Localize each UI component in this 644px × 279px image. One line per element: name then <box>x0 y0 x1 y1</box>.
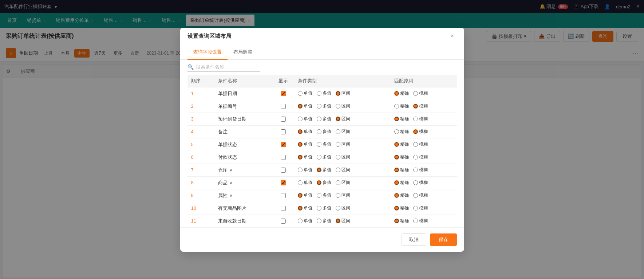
row-display[interactable] <box>272 151 294 164</box>
type-radio-item[interactable]: 多值 <box>317 116 331 122</box>
match-radio-item[interactable]: 精确 <box>394 103 409 109</box>
match-radio-item[interactable]: 精确 <box>394 129 409 135</box>
type-radio-item[interactable]: 区间 <box>336 129 350 135</box>
type-radio[interactable] <box>336 168 340 172</box>
type-radio-item[interactable]: 区间 <box>336 90 350 97</box>
type-radio[interactable] <box>298 117 303 121</box>
row-display[interactable] <box>272 202 294 215</box>
type-radio-item[interactable]: 单值 <box>298 116 312 122</box>
match-radio[interactable] <box>413 129 418 134</box>
match-radio-item[interactable]: 模糊 <box>413 129 428 135</box>
type-radio-item[interactable]: 区间 <box>336 116 350 122</box>
type-radio[interactable] <box>317 104 321 109</box>
search-input[interactable] <box>196 64 260 70</box>
match-radio-item[interactable]: 精确 <box>394 192 409 199</box>
type-radio[interactable] <box>336 206 340 211</box>
type-radio[interactable] <box>317 193 321 198</box>
match-radio-item[interactable]: 模糊 <box>413 218 428 224</box>
type-radio-item[interactable]: 多值 <box>317 205 331 211</box>
type-radio-item[interactable]: 多值 <box>317 141 331 148</box>
type-radio-item[interactable]: 区间 <box>336 218 350 224</box>
row-display[interactable] <box>272 100 294 113</box>
type-radio[interactable] <box>336 219 340 223</box>
type-radio[interactable] <box>298 206 303 211</box>
display-checkbox[interactable] <box>281 117 286 122</box>
save-button[interactable]: 保存 <box>430 233 457 246</box>
display-checkbox[interactable] <box>281 142 286 147</box>
type-radio[interactable] <box>336 91 340 96</box>
match-radio[interactable] <box>413 206 418 211</box>
match-radio-item[interactable]: 精确 <box>394 218 409 224</box>
type-radio-item[interactable]: 多值 <box>317 167 331 173</box>
type-radio-item[interactable]: 单值 <box>298 180 312 186</box>
match-radio[interactable] <box>394 117 399 121</box>
match-radio-item[interactable]: 模糊 <box>413 192 428 199</box>
type-radio[interactable] <box>298 168 303 172</box>
display-checkbox[interactable] <box>281 91 286 96</box>
match-radio[interactable] <box>394 219 399 223</box>
display-checkbox[interactable] <box>281 155 286 160</box>
match-radio[interactable] <box>413 168 418 172</box>
type-radio[interactable] <box>317 155 321 160</box>
match-radio[interactable] <box>413 142 418 147</box>
type-radio-item[interactable]: 多值 <box>317 103 331 109</box>
match-radio[interactable] <box>413 180 418 185</box>
row-display[interactable] <box>272 189 294 202</box>
match-radio[interactable] <box>394 142 399 147</box>
display-checkbox[interactable] <box>281 206 286 211</box>
type-radio-item[interactable]: 单值 <box>298 218 312 224</box>
type-radio-item[interactable]: 单值 <box>298 167 312 173</box>
type-radio[interactable] <box>317 168 321 172</box>
row-display[interactable] <box>272 113 294 125</box>
match-radio-item[interactable]: 模糊 <box>413 180 428 186</box>
type-radio[interactable] <box>336 142 340 147</box>
row-display[interactable] <box>272 215 294 227</box>
display-checkbox[interactable] <box>281 193 286 198</box>
match-radio-item[interactable]: 精确 <box>394 90 409 97</box>
row-display[interactable] <box>272 125 294 138</box>
type-radio[interactable] <box>336 155 340 160</box>
modal-tab-layout[interactable]: 布局调整 <box>228 45 258 60</box>
type-radio[interactable] <box>298 104 303 109</box>
match-radio[interactable] <box>394 206 399 211</box>
match-radio[interactable] <box>394 155 399 160</box>
type-radio-item[interactable]: 区间 <box>336 192 350 199</box>
match-radio[interactable] <box>394 180 399 185</box>
display-checkbox[interactable] <box>281 180 286 185</box>
match-radio-item[interactable]: 精确 <box>394 141 409 148</box>
match-radio-item[interactable]: 精确 <box>394 167 409 173</box>
match-radio[interactable] <box>394 193 399 198</box>
type-radio-item[interactable]: 多值 <box>317 192 331 199</box>
type-radio-item[interactable]: 多值 <box>317 180 331 186</box>
type-radio[interactable] <box>317 142 321 147</box>
display-checkbox[interactable] <box>281 168 286 173</box>
type-radio[interactable] <box>317 117 321 121</box>
type-radio[interactable] <box>317 180 321 185</box>
row-display[interactable] <box>272 164 294 176</box>
type-radio-item[interactable]: 区间 <box>336 167 350 173</box>
match-radio-item[interactable]: 模糊 <box>413 103 428 109</box>
type-radio-item[interactable]: 区间 <box>336 154 350 160</box>
type-radio-item[interactable]: 单值 <box>298 154 312 160</box>
match-radio-item[interactable]: 模糊 <box>413 154 428 160</box>
type-radio[interactable] <box>298 193 303 198</box>
type-radio-item[interactable]: 单值 <box>298 141 312 148</box>
display-checkbox[interactable] <box>281 219 286 224</box>
match-radio-item[interactable]: 模糊 <box>413 205 428 211</box>
type-radio-item[interactable]: 单值 <box>298 192 312 199</box>
match-radio-item[interactable]: 模糊 <box>413 90 428 97</box>
modal-tab-query[interactable]: 查询字段设置 <box>187 45 228 60</box>
type-radio-item[interactable]: 多值 <box>317 90 331 97</box>
match-radio[interactable] <box>413 117 418 121</box>
type-radio[interactable] <box>298 91 303 96</box>
match-radio[interactable] <box>413 155 418 160</box>
type-radio-item[interactable]: 区间 <box>336 103 350 109</box>
match-radio[interactable] <box>413 91 418 96</box>
type-radio-item[interactable]: 区间 <box>336 141 350 148</box>
type-radio[interactable] <box>317 219 321 223</box>
row-display[interactable] <box>272 176 294 189</box>
match-radio[interactable] <box>394 104 399 109</box>
match-radio-item[interactable]: 模糊 <box>413 167 428 173</box>
cancel-button[interactable]: 取消 <box>402 233 426 246</box>
type-radio[interactable] <box>298 219 303 223</box>
